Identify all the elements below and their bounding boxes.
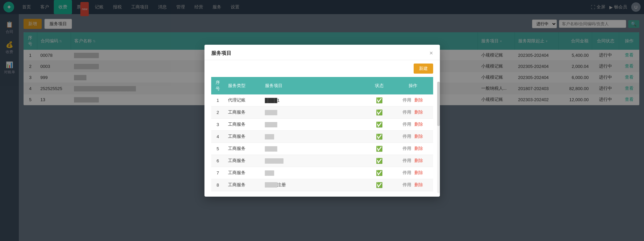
modal-table-row: 6 工商服务 ██████ ✅ 停用 删除 — [211, 155, 433, 167]
modal-cell-item: ████注册 — [262, 179, 366, 191]
modal-table-row: 7 工商服务 ███ ✅ 停用 删除 — [211, 167, 433, 179]
modal-cell-item: ████ — [262, 118, 366, 130]
modal-col-item: 服务项目 — [262, 77, 366, 94]
modal-cell-type: 代理记账 — [225, 94, 262, 107]
status-check-icon: ✅ — [376, 110, 383, 115]
modal-cell-action: 停用 删除 — [393, 167, 433, 179]
disable-button[interactable]: 停用 — [403, 170, 411, 175]
modal-col-action: 操作 — [393, 77, 433, 94]
modal-cell-item: ████ — [262, 106, 366, 118]
modal-cell-status: ✅ — [366, 118, 393, 130]
modal-cell-seq: 7 — [211, 167, 225, 179]
modal-tbody: 1 代理记账 ████1 ✅ 停用 删除 2 工商服务 ████ ✅ 停用 删除… — [211, 94, 433, 191]
modal-header-row: 序号 服务类型 服务项目 状态 操作 — [211, 77, 433, 94]
modal-close-button[interactable]: × — [429, 50, 433, 56]
modal-cell-seq: 1 — [211, 94, 225, 107]
modal-col-status: 状态 — [366, 77, 393, 94]
status-check-icon: ✅ — [376, 170, 383, 176]
modal-title: 服务项目 — [211, 50, 231, 56]
modal-header: 服务项目 × — [204, 45, 440, 60]
modal-cell-action: 停用 删除 — [393, 155, 433, 167]
delete-button[interactable]: 删除 — [414, 158, 423, 163]
modal-table-row: 2 工商服务 ████ ✅ 停用 删除 — [211, 106, 433, 118]
modal-table-row: 8 工商服务 ████注册 ✅ 停用 删除 — [211, 179, 433, 191]
status-check-icon: ✅ — [376, 97, 383, 103]
modal-table-row: 4 工商服务 ███ ✅ 停用 删除 — [211, 130, 433, 143]
status-check-icon: ✅ — [376, 134, 383, 139]
modal-new-button[interactable]: 新建 — [414, 64, 433, 74]
delete-button[interactable]: 删除 — [414, 182, 423, 187]
modal-cell-status: ✅ — [366, 94, 393, 107]
delete-button[interactable]: 删除 — [414, 122, 423, 127]
modal-cell-action: 停用 删除 — [393, 118, 433, 130]
modal-cell-item: ███ — [262, 167, 366, 179]
modal-cell-seq: 4 — [211, 130, 225, 143]
modal-cell-type: 工商服务 — [225, 118, 262, 130]
modal-scrollbar-thumb — [437, 82, 440, 126]
modal-overlay[interactable]: 服务项目 × 新建 序号 服务类型 服务项目 状态 操作 1 代理记账 — [0, 0, 644, 241]
modal-cell-action: 停用 删除 — [393, 106, 433, 118]
modal-cell-status: ✅ — [366, 179, 393, 191]
modal-cell-action: 停用 删除 — [393, 94, 433, 107]
disable-button[interactable]: 停用 — [403, 97, 411, 103]
delete-button[interactable]: 删除 — [414, 110, 423, 115]
modal-cell-type: 工商服务 — [225, 155, 262, 167]
modal-cell-type: 工商服务 — [225, 179, 262, 191]
status-check-icon: ✅ — [376, 122, 383, 127]
delete-button[interactable]: 删除 — [414, 134, 423, 139]
service-items-modal: 服务项目 × 新建 序号 服务类型 服务项目 状态 操作 1 代理记账 — [204, 45, 440, 197]
modal-cell-item: ████ — [262, 143, 366, 155]
modal-cell-item: ████1 — [262, 94, 366, 107]
disable-button[interactable]: 停用 — [403, 146, 411, 151]
modal-cell-type: 工商服务 — [225, 143, 262, 155]
disable-button[interactable]: 停用 — [403, 182, 411, 187]
modal-col-type: 服务类型 — [225, 77, 262, 94]
modal-cell-seq: 3 — [211, 118, 225, 130]
modal-cell-type: 工商服务 — [225, 167, 262, 179]
modal-table-row: 1 代理记账 ████1 ✅ 停用 删除 — [211, 94, 433, 107]
modal-col-seq: 序号 — [211, 77, 225, 94]
modal-cell-item: ██████ — [262, 155, 366, 167]
delete-button[interactable]: 删除 — [414, 170, 423, 175]
modal-table-row: 3 工商服务 ████ ✅ 停用 删除 — [211, 118, 433, 130]
status-check-icon: ✅ — [376, 158, 383, 164]
service-items-table: 序号 服务类型 服务项目 状态 操作 1 代理记账 ████1 ✅ 停用 删除 … — [211, 77, 433, 191]
modal-table-row: 5 工商服务 ████ ✅ 停用 删除 — [211, 143, 433, 155]
modal-cell-action: 停用 删除 — [393, 179, 433, 191]
modal-cell-status: ✅ — [366, 167, 393, 179]
modal-cell-type: 工商服务 — [225, 106, 262, 118]
modal-cell-seq: 8 — [211, 179, 225, 191]
modal-toolbar: 新建 — [204, 60, 440, 77]
modal-cell-seq: 2 — [211, 106, 225, 118]
disable-button[interactable]: 停用 — [403, 158, 411, 163]
modal-cell-status: ✅ — [366, 106, 393, 118]
modal-cell-status: ✅ — [366, 143, 393, 155]
disable-button[interactable]: 停用 — [403, 134, 411, 139]
status-check-icon: ✅ — [376, 182, 383, 188]
delete-button[interactable]: 删除 — [414, 146, 423, 151]
modal-cell-type: 工商服务 — [225, 130, 262, 143]
modal-cell-item: ███ — [262, 130, 366, 143]
modal-scrollbar[interactable] — [437, 82, 440, 193]
modal-cell-status: ✅ — [366, 155, 393, 167]
modal-cell-status: ✅ — [366, 130, 393, 143]
modal-cell-action: 停用 删除 — [393, 130, 433, 143]
modal-cell-action: 停用 删除 — [393, 143, 433, 155]
disable-button[interactable]: 停用 — [403, 122, 411, 127]
modal-cell-seq: 6 — [211, 155, 225, 167]
delete-button[interactable]: 删除 — [414, 97, 423, 103]
modal-body: 序号 服务类型 服务项目 状态 操作 1 代理记账 ████1 ✅ 停用 删除 … — [204, 77, 440, 197]
status-check-icon: ✅ — [376, 146, 383, 152]
modal-cell-seq: 5 — [211, 143, 225, 155]
disable-button[interactable]: 停用 — [403, 110, 411, 115]
